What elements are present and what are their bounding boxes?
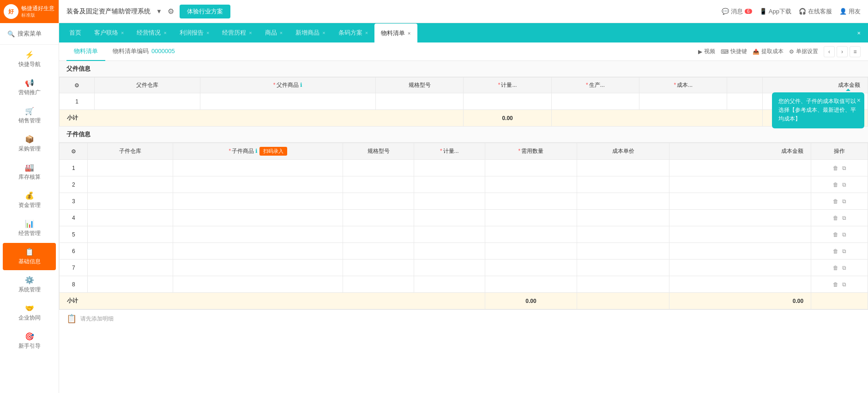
delete-icon[interactable]: 🗑: [833, 265, 838, 271]
sidebar-item-quick-nav[interactable]: ⚡ 快捷导航: [3, 46, 56, 73]
child-unit-cost-cell[interactable]: [577, 160, 669, 176]
tab-products[interactable]: 商品 ×: [259, 23, 289, 42]
child-unit-cost-cell[interactable]: [577, 260, 669, 276]
child-warehouse-cell[interactable]: [88, 176, 173, 193]
child-unit-cost-cell[interactable]: [577, 276, 669, 293]
sidebar-search[interactable]: 🔍 搜索菜单: [0, 23, 59, 45]
parent-spec-cell[interactable]: [376, 93, 464, 110]
tab-profit[interactable]: 利润报告 ×: [173, 23, 216, 42]
child-warehouse-cell[interactable]: [88, 210, 173, 226]
delete-icon[interactable]: 🗑: [833, 215, 838, 221]
parent-cost-cell[interactable]: [639, 93, 727, 110]
delete-icon[interactable]: 🗑: [833, 198, 838, 205]
child-col-settings[interactable]: ⚙: [60, 143, 88, 160]
copy-icon[interactable]: ⧉: [842, 265, 846, 271]
child-product-cell[interactable]: [173, 260, 343, 276]
child-unit-cost-cell[interactable]: [577, 226, 669, 243]
copy-icon[interactable]: ⧉: [842, 248, 846, 254]
child-product-cell[interactable]: [173, 193, 343, 210]
sidebar-item-enterprise[interactable]: 🤝 企业协同: [3, 299, 56, 326]
tab-home[interactable]: 首页: [63, 23, 88, 42]
child-qty-cell[interactable]: [485, 226, 577, 243]
child-unit-cell[interactable]: [414, 260, 485, 276]
tab-close-customer[interactable]: ×: [121, 30, 124, 36]
child-unit-cell[interactable]: [414, 160, 485, 176]
copy-icon[interactable]: ⧉: [842, 215, 846, 221]
parent-producer-cell[interactable]: [551, 93, 639, 110]
sidebar-item-inventory[interactable]: 🏭 库存核算: [3, 158, 56, 186]
sidebar-item-guide[interactable]: 🎯 新手引导: [3, 327, 56, 355]
child-qty-cell[interactable]: [485, 260, 577, 276]
child-unit-cost-cell[interactable]: [577, 193, 669, 210]
child-warehouse-cell[interactable]: [88, 226, 173, 243]
scan-input-button[interactable]: 扫码录入: [259, 147, 287, 156]
delete-icon[interactable]: 🗑: [833, 181, 838, 188]
single-settings-button[interactable]: ⚙ 单据设置: [789, 48, 818, 55]
child-product-cell[interactable]: [173, 210, 343, 226]
sidebar-item-finance[interactable]: 💰 资金管理: [3, 187, 56, 214]
child-qty-cell[interactable]: [485, 176, 577, 193]
child-product-cell[interactable]: [173, 276, 343, 293]
tab-ops-status[interactable]: 经营情况 ×: [130, 23, 173, 42]
parent-warehouse-cell[interactable]: [95, 93, 200, 110]
child-qty-cell[interactable]: [485, 243, 577, 260]
child-spec-cell[interactable]: [343, 276, 414, 293]
tab-bom[interactable]: 物料清单 ×: [374, 24, 417, 42]
child-product-cell[interactable]: [173, 226, 343, 243]
copy-icon[interactable]: ⧉: [842, 181, 846, 188]
shortcut-button[interactable]: ⌨ 快捷键: [721, 48, 747, 55]
tab-close-products[interactable]: ×: [280, 30, 283, 36]
list-view-button[interactable]: ≡: [850, 46, 861, 57]
tab-customer[interactable]: 客户联络 ×: [88, 23, 130, 42]
delete-icon[interactable]: 🗑: [833, 231, 838, 238]
tab-barcode[interactable]: 条码方案 ×: [332, 23, 374, 42]
child-unit-cell[interactable]: [414, 243, 485, 260]
tab-close-profit[interactable]: ×: [206, 30, 209, 36]
sidebar-item-operations[interactable]: 📊 经营管理: [3, 215, 56, 242]
child-warehouse-cell[interactable]: [88, 260, 173, 276]
child-unit-cell[interactable]: [414, 276, 485, 293]
tab-close-bom[interactable]: ×: [408, 30, 410, 36]
delete-icon[interactable]: 🗑: [833, 165, 838, 171]
child-unit-cost-cell[interactable]: [577, 210, 669, 226]
settings-gear-icon[interactable]: ⚙: [168, 7, 174, 16]
child-unit-cost-cell[interactable]: [577, 243, 669, 260]
child-spec-cell[interactable]: [343, 226, 414, 243]
sidebar-item-marketing[interactable]: 📢 营销推广: [3, 74, 56, 101]
child-product-cell[interactable]: [173, 243, 343, 260]
tab-close-new-product[interactable]: ×: [322, 30, 325, 36]
child-warehouse-cell[interactable]: [88, 243, 173, 260]
child-spec-cell[interactable]: [343, 160, 414, 176]
child-qty-cell[interactable]: [485, 276, 577, 293]
child-spec-cell[interactable]: [343, 193, 414, 210]
copy-icon[interactable]: ⧉: [842, 281, 846, 288]
child-qty-cell[interactable]: [485, 160, 577, 176]
add-detail-icon[interactable]: 📋: [66, 314, 77, 324]
video-button[interactable]: ▶ 视频: [698, 48, 715, 55]
sidebar-item-system[interactable]: ⚙️ 系统管理: [3, 271, 56, 298]
child-unit-cell[interactable]: [414, 226, 485, 243]
tooltip-close-button[interactable]: ×: [857, 95, 861, 105]
system-dropdown[interactable]: ▼: [156, 8, 162, 15]
tab-close-ops[interactable]: ×: [163, 30, 166, 36]
app-download-button[interactable]: 📱 App下载: [760, 7, 791, 16]
trial-button[interactable]: 体验行业方案: [180, 5, 230, 18]
child-spec-cell[interactable]: [343, 176, 414, 193]
sub-tab-bom-code[interactable]: 物料清单编码 0000005: [105, 42, 182, 61]
tab-history[interactable]: 经营历程 ×: [216, 23, 258, 42]
sidebar-item-purchase[interactable]: 📦 采购管理: [3, 130, 56, 157]
child-unit-cell[interactable]: [414, 210, 485, 226]
message-button[interactable]: 💬 消息 6: [722, 7, 752, 16]
extract-cost-button[interactable]: 📤 提取成本: [753, 48, 784, 55]
child-warehouse-cell[interactable]: [88, 193, 173, 210]
close-all-tabs-button[interactable]: ×: [853, 30, 864, 36]
parent-product-cell[interactable]: [200, 93, 376, 110]
child-unit-cost-cell[interactable]: [577, 176, 669, 193]
tab-close-history[interactable]: ×: [249, 30, 252, 36]
search-menu-button[interactable]: 🔍 搜索菜单: [4, 27, 55, 41]
child-unit-cell[interactable]: [414, 193, 485, 210]
parent-col-settings[interactable]: ⚙: [60, 78, 95, 93]
delete-icon[interactable]: 🗑: [833, 281, 838, 288]
child-qty-cell[interactable]: [485, 210, 577, 226]
delete-icon[interactable]: 🗑: [833, 248, 838, 254]
